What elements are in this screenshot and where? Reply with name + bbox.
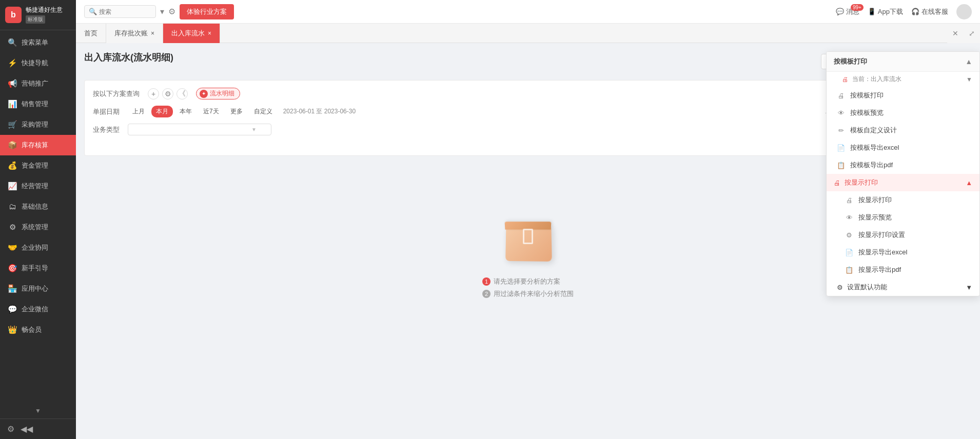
filter-settings-button[interactable]: ⚙: [162, 88, 173, 99]
search-nav-icon: 🔍: [7, 37, 17, 48]
dropdown-title: 按模板打印: [834, 57, 867, 66]
dropdown-template-preview[interactable]: 👁 按模板预览: [827, 104, 979, 122]
search-input[interactable]: [99, 8, 150, 15]
date-range-display: 2023-06-01 至 2023-06-30: [283, 107, 356, 116]
template-preview-icon: 👁: [837, 109, 845, 117]
current-item-icon: 🖨: [842, 76, 848, 83]
filter-collapse-button[interactable]: 《: [177, 88, 188, 99]
search-icon: 🔍: [89, 8, 97, 15]
topbar-settings-icon[interactable]: ⚙: [168, 7, 175, 16]
tab-stock-flow[interactable]: 出入库流水 ×: [163, 24, 220, 43]
marketing-nav-label: 营销推广: [22, 79, 48, 88]
app-download-button[interactable]: 📱 App下载: [868, 7, 903, 16]
sidebar-item-collab[interactable]: 🤝 企业协同: [0, 237, 76, 258]
dropdown-footer[interactable]: ⚙ 设置默认功能 ▼: [827, 278, 979, 296]
dropdown-template-export-excel[interactable]: 📄 按模板导出excel: [827, 139, 979, 156]
date-btn-this-year[interactable]: 本年: [175, 106, 197, 117]
date-options: 上月 本月 本年 近7天 更多 自定义 2023-06-01 至 2023-06…: [128, 106, 356, 117]
brand-name: 畅捷通好生意: [26, 6, 63, 14]
filter-add-button[interactable]: +: [148, 88, 159, 99]
dropdown-display-section-header[interactable]: 🖨 按显示打印 ▲: [827, 174, 979, 191]
empty-tip-2: 2 用过滤条件来缩小分析范围: [482, 289, 574, 298]
operation-nav-label: 经营管理: [22, 182, 48, 191]
topbar-search-box[interactable]: 🔍: [84, 5, 156, 18]
date-btn-this-month[interactable]: 本月: [151, 106, 173, 117]
sales-nav-label: 销售管理: [22, 99, 48, 109]
footer-settings-label: 设置默认功能: [847, 283, 887, 292]
customer-service-button[interactable]: 🎧 在线客服: [911, 7, 948, 16]
business-type-select[interactable]: ▼: [128, 124, 271, 135]
tab-inventory-batch-label: 库存批次账: [114, 29, 148, 38]
sidebar-item-inventory[interactable]: 📦 库存核算: [0, 135, 76, 155]
sidebar-item-operation[interactable]: 📈 经营管理: [0, 176, 76, 196]
dropdown-template-export-pdf[interactable]: 📋 按模板导出pdf: [827, 156, 979, 174]
current-item-arrow: ▼: [966, 76, 972, 83]
template-design-icon: ✏: [837, 126, 845, 134]
marketing-nav-icon: 📢: [7, 78, 17, 89]
date-btn-last-month[interactable]: 上月: [128, 106, 149, 117]
tab-inventory-batch-close[interactable]: ×: [151, 30, 154, 37]
current-item-label: 当前：出入库流水: [852, 75, 901, 84]
sidebar-item-purchase[interactable]: 🛒 采购管理: [0, 114, 76, 135]
tab-maximize-window[interactable]: ⤢: [964, 24, 980, 43]
wechat-nav-label: 企业微信: [22, 305, 48, 314]
tab-home[interactable]: 首页: [76, 24, 106, 43]
purchase-nav-label: 采购管理: [22, 120, 48, 129]
active-filter-tag[interactable]: ✦ 流水明细: [196, 88, 240, 99]
sidebar-scroll-down[interactable]: ▼: [31, 405, 45, 416]
topbar-gear-icon[interactable]: ▾: [160, 7, 164, 16]
messages-badge: 99+: [851, 4, 864, 11]
home-tab-label: 首页: [84, 29, 97, 38]
settings-footer-icon[interactable]: ⚙: [7, 424, 14, 434]
dropdown-collapse-up[interactable]: ▲: [965, 57, 972, 66]
display-print-icon: 🖨: [845, 196, 853, 204]
dropdown-display-preview[interactable]: 👁 按显示预览: [827, 209, 979, 226]
sidebar-item-appstore[interactable]: 🏪 应用中心: [0, 278, 76, 299]
dropdown-current-item[interactable]: 🖨 当前：出入库流水 ▼: [827, 72, 979, 87]
dropdown-display-export-excel[interactable]: 📄 按显示导出excel: [827, 244, 979, 261]
template-excel-icon: 📄: [837, 144, 845, 152]
sidebar-item-system[interactable]: ⚙ 系统管理: [0, 217, 76, 237]
sidebar-item-member[interactable]: 👑 畅会员: [0, 320, 76, 340]
sidebar-item-guide[interactable]: 🎯 新手引导: [0, 258, 76, 278]
app-download-icon: 📱: [868, 8, 876, 15]
appstore-nav-label: 应用中心: [22, 284, 48, 293]
collab-nav-label: 企业协同: [22, 243, 48, 252]
display-settings-label: 按显示打印设置: [858, 230, 905, 240]
date-btn-more[interactable]: 更多: [226, 106, 247, 117]
dropdown-display-print[interactable]: 🖨 按显示打印: [827, 191, 979, 209]
sidebar-item-search[interactable]: 🔍 搜索菜单: [0, 32, 76, 53]
tab-inventory-batch[interactable]: 库存批次账 ×: [106, 24, 163, 43]
dropdown-display-print-settings[interactable]: ⚙ 按显示打印设置: [827, 226, 979, 244]
collapse-sidebar-icon[interactable]: ◀◀: [21, 424, 33, 434]
dropdown-display-export-pdf[interactable]: 📋 按显示导出pdf: [827, 261, 979, 278]
sidebar-item-wechat[interactable]: 💬 企业微信: [0, 299, 76, 320]
sidebar-item-basic[interactable]: 🗂 基础信息: [0, 196, 76, 217]
industry-solution-button[interactable]: 体验行业方案: [180, 4, 234, 19]
sidebar-item-shortcut[interactable]: ⚡ 快捷导航: [0, 53, 76, 73]
sidebar-item-marketing[interactable]: 📢 营销推广: [0, 73, 76, 94]
sidebar-item-finance[interactable]: 💰 资金管理: [0, 155, 76, 176]
dropdown-template-custom-design[interactable]: ✏ 模板自定义设计: [827, 122, 979, 139]
wechat-nav-icon: 💬: [7, 304, 17, 314]
tab-close-window[interactable]: ✕: [947, 24, 964, 43]
active-filter-label: 流水明细: [210, 89, 234, 98]
date-btn-custom[interactable]: 自定义: [249, 106, 277, 117]
tab-stock-flow-label: 出入库流水: [171, 29, 205, 38]
filter-actions: + ⚙ 《: [148, 88, 188, 99]
sidebar-item-sales[interactable]: 📊 销售管理: [0, 94, 76, 114]
member-nav-icon: 👑: [7, 325, 17, 335]
date-btn-7days[interactable]: 近7天: [199, 106, 224, 117]
user-avatar[interactable]: [956, 4, 972, 19]
tab-stock-flow-close[interactable]: ×: [208, 30, 211, 37]
display-preview-label: 按显示预览: [858, 213, 892, 222]
basic-nav-icon: 🗂: [7, 202, 17, 212]
system-nav-label: 系统管理: [22, 223, 48, 232]
messages-button[interactable]: 💬 消息 99+: [836, 7, 859, 16]
dropdown-template-print[interactable]: 🖨 按模板打印: [827, 87, 979, 104]
display-print-label: 按显示打印: [858, 195, 892, 205]
collab-nav-icon: 🤝: [7, 243, 17, 253]
sales-nav-icon: 📊: [7, 99, 17, 109]
brand-tag: 标准版: [26, 15, 45, 24]
display-section-icon: 🖨: [834, 179, 840, 187]
